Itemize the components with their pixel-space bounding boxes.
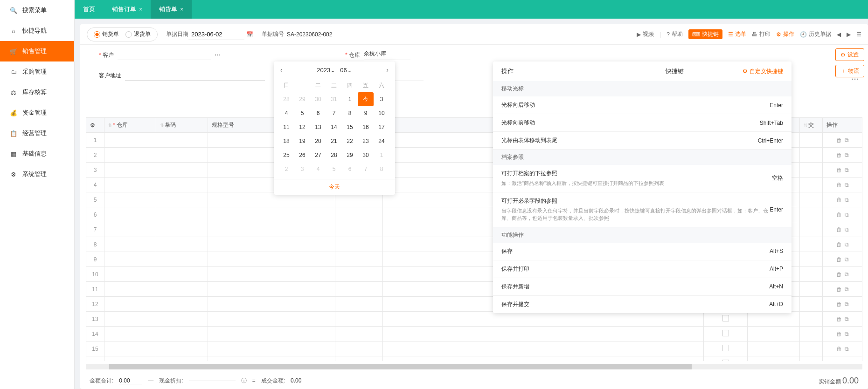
info-icon[interactable]: ⓘ [241,377,247,385]
sidebar-item-6[interactable]: 📋经营管理 [0,123,74,143]
sidebar-item-7[interactable]: ▦基础信息 [0,143,74,164]
gift-checkbox[interactable] [722,345,729,351]
more-dots-icon[interactable]: ⋯ [851,75,859,83]
scrollbar-thumb[interactable] [109,364,692,369]
sidebar-item-1[interactable]: ⌂快捷导航 [0,20,74,41]
delete-icon[interactable]: 🗑 [836,152,842,158]
copy-icon[interactable]: ⧉ [845,182,849,188]
table-row[interactable]: 13🗑⧉ [86,312,862,327]
prev-icon[interactable]: ◀ [837,31,841,38]
copy-icon[interactable]: ⧉ [845,271,849,278]
customer-input[interactable] [118,50,211,60]
cal-day[interactable]: 10 [374,106,389,120]
col-deliv[interactable]: ⇅交 [800,118,823,133]
cal-day[interactable]: 4 [310,162,326,176]
cal-day[interactable]: 5 [294,106,310,120]
custom-shortcut-button[interactable]: ⚙ 自定义快捷键 [743,68,783,75]
cal-day[interactable]: 30 [358,148,374,162]
cal-day[interactable]: 18 [278,134,294,148]
select-action[interactable]: ☰ 选单 [728,30,746,38]
delete-icon[interactable]: 🗑 [836,167,842,173]
cal-day[interactable]: 1 [374,148,389,162]
delete-icon[interactable]: 🗑 [836,137,842,143]
cal-day[interactable]: 15 [342,120,358,134]
delete-icon[interactable]: 🗑 [836,331,842,337]
warehouse-input[interactable]: 余杭小库 [364,50,410,60]
cal-day[interactable]: 22 [342,134,358,148]
cal-day[interactable]: 8 [342,106,358,120]
next-icon[interactable]: ▶ [847,31,851,38]
delete-icon[interactable]: 🗑 [836,301,842,307]
tab-0[interactable]: 首页 [75,0,104,19]
print-action[interactable]: 🖶 打印 [752,30,771,38]
delete-icon[interactable]: 🗑 [836,256,842,263]
cal-day[interactable]: 6 [342,162,358,176]
cal-day[interactable]: 25 [278,148,294,162]
sidebar-item-2[interactable]: 🛒销售管理 [0,41,74,61]
video-action[interactable]: ▶ 视频 [637,30,654,38]
sidebar-item-0[interactable]: 🔍搜索菜单 [0,0,74,20]
cal-day[interactable]: 16 [358,120,374,134]
copy-icon[interactable]: ⧉ [845,316,849,322]
customer-more-icon[interactable]: ⋯ [215,52,220,58]
cal-month[interactable]: 06⌄ [340,67,352,74]
discount-input[interactable] [189,381,236,381]
cal-day[interactable]: 3 [294,162,310,176]
copy-icon[interactable]: ⧉ [845,226,849,233]
cal-day[interactable]: 2 [278,162,294,176]
delete-icon[interactable]: 🗑 [836,346,842,352]
tab-1[interactable]: 销售订单× [104,0,151,19]
cal-year[interactable]: 2023⌄ [317,67,335,74]
copy-icon[interactable]: ⧉ [845,167,849,173]
copy-icon[interactable]: ⧉ [845,361,849,362]
cal-day[interactable]: 29 [342,148,358,162]
radio-sales[interactable]: 销货单 [94,30,119,38]
table-row[interactable]: 16🗑⧉ [86,356,862,362]
cal-day[interactable]: 24 [374,134,389,148]
close-icon[interactable]: × [180,6,183,13]
cal-day[interactable]: 28 [278,92,294,106]
tab-2[interactable]: 销货单× [151,0,192,19]
date-input[interactable] [188,29,244,40]
cal-day[interactable]: 30 [310,92,326,106]
cal-day[interactable]: 21 [326,134,342,148]
cal-day[interactable]: 12 [294,120,310,134]
addr-input[interactable] [125,70,265,81]
cal-day[interactable]: 19 [294,134,310,148]
sidebar-item-8[interactable]: ⚙系统管理 [0,164,74,184]
cal-day[interactable]: 9 [358,106,374,120]
cal-day[interactable]: 28 [326,148,342,162]
delete-icon[interactable]: 🗑 [836,316,842,322]
table-row[interactable]: 14🗑⧉ [86,327,862,341]
cal-day[interactable]: 31 [326,92,342,106]
operate-action[interactable]: ⚙ 操作 [776,30,794,38]
cal-day[interactable]: 5 [326,162,342,176]
cal-day[interactable]: 4 [278,106,294,120]
cal-day[interactable]: 6 [310,106,326,120]
settings-button[interactable]: ⚙ 设置 [835,48,864,61]
copy-icon[interactable]: ⧉ [845,152,849,158]
copy-icon[interactable]: ⧉ [845,346,849,352]
cal-day[interactable]: 7 [358,162,374,176]
cal-prev-icon[interactable]: ‹ [280,66,283,74]
table-row[interactable]: 15🗑⧉ [86,341,862,356]
delete-icon[interactable]: 🗑 [836,212,842,218]
help-action[interactable]: ? 帮助 [667,30,683,38]
shortcut-action[interactable]: ⌨ 快捷键 [688,29,722,39]
copy-icon[interactable]: ⧉ [845,212,849,218]
cal-day[interactable]: 7 [326,106,342,120]
cal-day[interactable]: 8 [374,162,389,176]
copy-icon[interactable]: ⧉ [845,197,849,203]
cal-today-button[interactable]: 今天 [274,179,395,195]
cal-day[interactable]: 29 [294,92,310,106]
horizontal-scrollbar[interactable] [86,364,862,369]
delete-icon[interactable]: 🗑 [836,286,842,293]
menu-icon[interactable]: ☰ [856,31,861,38]
col-warehouse[interactable]: ⇅* 仓库 [104,118,156,133]
delete-icon[interactable]: 🗑 [836,226,842,233]
delete-icon[interactable]: 🗑 [836,271,842,278]
copy-icon[interactable]: ⧉ [845,331,849,337]
gift-checkbox[interactable] [722,360,729,361]
copy-icon[interactable]: ⧉ [845,286,849,293]
close-icon[interactable]: × [139,6,142,13]
